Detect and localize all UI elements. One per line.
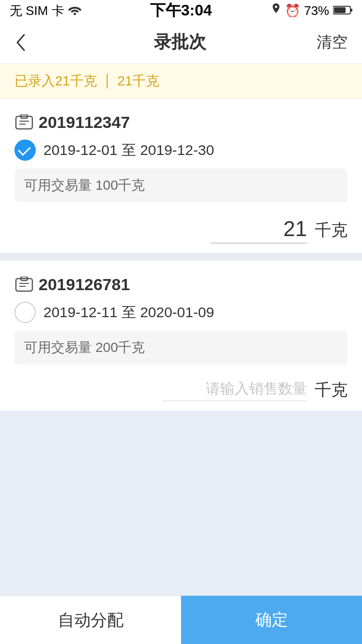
info-banner: 已录入21千克 21千克 (0, 64, 362, 98)
section-divider (0, 253, 362, 261)
back-button[interactable] (14, 33, 43, 52)
qty-underline-1 (210, 243, 307, 243)
batch-date-2: 2019-12-11 至 2020-01-09 (43, 303, 214, 322)
batch-id-icon-1 (14, 114, 34, 131)
location-icon (271, 3, 281, 18)
batch-card-1: 2019112347 2019-12-01 至 2019-12-30 可用交易量… (0, 98, 362, 212)
batch-date-1: 2019-12-01 至 2019-12-30 (43, 140, 214, 160)
page-title: 录批次 (154, 30, 206, 54)
auto-assign-button[interactable]: 自动分配 (0, 596, 181, 644)
qty-input-area-1: 21 (210, 217, 307, 243)
batch-date-row-2: 2019-12-11 至 2020-01-09 (14, 302, 348, 323)
battery-icon (333, 3, 352, 18)
input-unit-2: 千克 (315, 379, 348, 401)
empty-area (0, 411, 362, 618)
info-divider (107, 74, 108, 88)
status-right: ⏰ 73% (271, 3, 352, 18)
svg-point-0 (73, 13, 76, 15)
nav-bar: 录批次 清空 (0, 21, 362, 64)
input-underline-2 (162, 401, 307, 401)
quantity-value-1: 21 (283, 217, 307, 241)
alarm-icon: ⏰ (285, 3, 300, 18)
batch-radio-2[interactable] (14, 302, 36, 323)
batch-card-2: 2019126781 2019-12-11 至 2020-01-09 可用交易量… (0, 261, 362, 374)
batch-date-row-1: 2019-12-01 至 2019-12-30 (14, 140, 348, 161)
input-row-2: 请输入销售数量 千克 (0, 374, 362, 411)
batch-id-1: 2019112347 (39, 113, 130, 132)
status-time: 下午3:04 (150, 0, 212, 21)
wifi-icon (68, 3, 82, 18)
quantity-unit-1: 千克 (315, 219, 348, 241)
input-placeholder-area: 请输入销售数量 (162, 379, 307, 401)
batch-header-2: 2019126781 (14, 275, 348, 294)
status-bar: 无 SIM 卡 下午3:04 ⏰ 73% (0, 0, 362, 21)
info-label: 已录入21千克 (14, 72, 97, 90)
batch-id-icon-2 (14, 276, 34, 294)
batch-id-2: 2019126781 (39, 275, 130, 294)
confirm-button[interactable]: 确定 (181, 596, 362, 644)
batch-availability-1: 可用交易量 100千克 (14, 168, 348, 202)
svg-rect-2 (350, 9, 352, 12)
bottom-bar: 自动分配 确定 (0, 596, 362, 644)
status-left: 无 SIM 卡 (10, 2, 82, 19)
batch-availability-2: 可用交易量 200千克 (14, 331, 348, 364)
batch-radio-1[interactable] (14, 140, 36, 161)
svg-rect-3 (334, 7, 346, 13)
input-placeholder-text: 请输入销售数量 (206, 379, 307, 399)
battery-text: 73% (304, 3, 329, 18)
info-value: 21千克 (117, 72, 159, 90)
clear-button[interactable]: 清空 (317, 32, 348, 53)
carrier-text: 无 SIM 卡 (10, 2, 64, 19)
batch-header-1: 2019112347 (14, 113, 348, 132)
quantity-row-1: 21 千克 (0, 212, 362, 253)
